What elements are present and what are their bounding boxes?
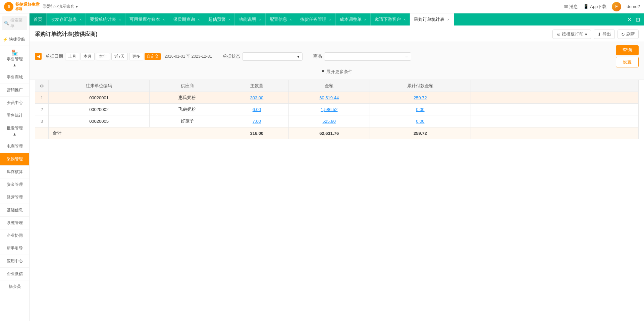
query-button[interactable]: 查询 (616, 45, 639, 55)
sidebar-item-guide[interactable]: 新手引导 (0, 242, 29, 255)
sidebar-item-inventory[interactable]: 库存核算 (0, 166, 29, 178)
tab-purchase-stat[interactable]: 采购订单统计表 × (410, 13, 453, 25)
sidebar-item-finance[interactable]: 资金管理 (0, 178, 29, 191)
refresh-button[interactable]: ↻ 刷新 (618, 30, 639, 39)
print-icon: 🖨 (556, 32, 560, 37)
close-tab-cost-adjust[interactable]: × (364, 17, 366, 21)
sidebar-search-area[interactable]: 🔍 搜索菜单 (0, 13, 29, 33)
nav-tabs: 首页 收发存汇总表 × 要货单统计表 × 可用量库存账本 × 保质期查询 × 超… (30, 13, 644, 25)
row-qty-1[interactable]: 303.00 (225, 92, 288, 104)
column-settings-icon[interactable]: ⚙ (40, 84, 44, 89)
status-select[interactable]: ▾ (242, 52, 303, 61)
page-title: 采购订单统计表(按供应商) (35, 31, 98, 38)
tab-task-mgmt[interactable]: 拣货任务管理 × (296, 13, 335, 25)
footer-label: 合计 (49, 127, 225, 139)
date-btn-custom[interactable]: 自定义 (145, 53, 161, 60)
close-all-tabs-button[interactable]: ✕ (626, 16, 633, 23)
col-amount: 金额 (288, 80, 370, 92)
tab-function-desc[interactable]: 功能说明 × (235, 13, 265, 25)
sidebar-item-collab[interactable]: 企业协同 (0, 229, 29, 242)
sidebar-item-retail-stat[interactable]: 零售统计 (0, 109, 29, 122)
expand-icon-2: ▲ (13, 132, 17, 137)
app-download-button[interactable]: 📱 App下载 (583, 4, 606, 10)
avatar[interactable]: E (612, 2, 621, 11)
sidebar-item-member[interactable]: 会员中心 (0, 97, 29, 109)
sidebar-item-purchase[interactable]: 采购管理 (0, 153, 29, 166)
content-area: 首页 收发存汇总表 × 要货单统计表 × 可用量库存账本 × 保质期查询 × 超… (30, 13, 644, 321)
row-num-3: 3 (35, 115, 49, 127)
date-btn-this-month[interactable]: 本月 (80, 53, 95, 60)
close-tab-expiry-query[interactable]: × (198, 17, 200, 21)
tab-cost-adjust[interactable]: 成本调整单 × (336, 13, 371, 25)
footer-empty-1 (35, 127, 49, 139)
settings-button[interactable]: 设置 (616, 57, 639, 67)
sidebar-item-retail-shop[interactable]: 零售商城 (0, 71, 29, 84)
date-btn-last-7-days[interactable]: 近7天 (111, 53, 128, 60)
sidebar-item-basic[interactable]: 基础信息 (0, 204, 29, 217)
tab-home[interactable]: 首页 (30, 13, 47, 25)
tab-expiry-query[interactable]: 保质期查询 × (169, 13, 204, 25)
sidebar-item-operation[interactable]: 经营管理 (0, 191, 29, 204)
close-tab-invite-downstream[interactable]: × (404, 17, 406, 21)
close-tab-task-mgmt[interactable]: × (329, 17, 331, 21)
tab-receive-summary[interactable]: 收发存汇总表 × (47, 13, 86, 25)
sidebar-item-marketing[interactable]: 营销推广 (0, 84, 29, 97)
row-paid-1[interactable]: 259.72 (370, 92, 471, 104)
close-tab-receive-summary[interactable]: × (79, 17, 82, 21)
row-num-1: 1 (35, 92, 49, 104)
date-btn-more[interactable]: 更多 (129, 53, 143, 60)
quick-nav[interactable]: ⚡ 快捷导航 (0, 33, 29, 46)
message-button[interactable]: ✉ 消息 (564, 4, 578, 10)
sidebar: 🔍 搜索菜单 ⚡ 快捷导航 🏪 零售管理 ▲ 零售商城 营销推广 会员中心 零售… (0, 13, 30, 321)
close-tab-order-summary[interactable]: × (119, 17, 121, 21)
row-empty-3 (471, 115, 639, 127)
goods-select[interactable]: ··· (324, 52, 411, 61)
table-row: 2 00020002 飞鹤奶粉 6.00 1,586.52 0.00 (35, 104, 639, 115)
maximize-button[interactable]: ⊡ (634, 16, 641, 23)
sidebar-item-ecommerce[interactable]: 电商管理 (0, 140, 29, 153)
col-empty (471, 80, 639, 92)
dots-btn[interactable]: ··· (405, 54, 408, 59)
breadcrumb[interactable]: 母婴行业演示账套 ▾ (42, 4, 78, 9)
row-code-1: 00020001 (49, 92, 150, 104)
tab-config-info[interactable]: 配置信息 × (266, 13, 296, 25)
tab-order-summary[interactable]: 要货单统计表 × (86, 13, 125, 25)
row-paid-3[interactable]: 0.00 (370, 115, 471, 127)
sidebar-item-apps[interactable]: 应用中心 (0, 255, 29, 268)
row-amount-3[interactable]: 525.80 (288, 115, 370, 127)
date-btn-last-month[interactable]: 上月 (65, 53, 79, 60)
row-num-2: 2 (35, 104, 49, 115)
row-paid-2[interactable]: 0.00 (370, 104, 471, 115)
row-amount-1[interactable]: 60,519.44 (288, 92, 370, 104)
export-button[interactable]: ⬇ 导出 (594, 30, 615, 39)
sidebar-item-wholesale[interactable]: 批发管理 ▲ (0, 122, 29, 140)
tab-invite-downstream[interactable]: 邀请下游客户 × (371, 13, 410, 25)
top-bar-left: 6 畅捷通好生意 标题 母婴行业演示账套 ▾ (4, 2, 78, 11)
sidebar-item-member2[interactable]: 畅会员 (0, 280, 29, 293)
tab-available-inventory[interactable]: 可用量库存账本 × (125, 13, 169, 25)
col-paid: 累计付款金额 (370, 80, 471, 92)
logo-text: 畅捷通好生意 标题 (15, 2, 40, 11)
tab-overstock-warning[interactable]: 超储预警 × (204, 13, 235, 25)
template-print-button[interactable]: 🖨 按模板打印 ▾ (552, 30, 591, 39)
sidebar-item-wechat[interactable]: 企业微信 (0, 268, 29, 280)
close-tab-available-inventory[interactable]: × (163, 17, 165, 21)
col-settings[interactable]: ⚙ (35, 80, 49, 92)
more-filters-row[interactable]: ▼ 展开更多条件 (35, 67, 639, 76)
chevron-down-icon: ▾ (76, 4, 78, 9)
row-amount-2[interactable]: 1,586.52 (288, 104, 370, 115)
sidebar-item-retail[interactable]: 🏪 零售管理 ▲ (0, 46, 29, 71)
sidebar-item-system[interactable]: 系统管理 (0, 217, 29, 229)
filter-collapse-button[interactable]: ◀ (35, 53, 42, 60)
search-input-box[interactable]: 🔍 搜索菜单 (2, 16, 27, 30)
row-qty-2[interactable]: 6.00 (225, 104, 288, 115)
close-tab-config-info[interactable]: × (290, 17, 292, 21)
close-tab-purchase-stat[interactable]: × (447, 17, 449, 21)
close-tab-overstock-warning[interactable]: × (228, 17, 230, 21)
sidebar-item-quick-nav[interactable]: ⚡ 快捷导航 (0, 35, 29, 44)
main-layout: 🔍 搜索菜单 ⚡ 快捷导航 🏪 零售管理 ▲ 零售商城 营销推广 会员中心 零售… (0, 13, 644, 321)
row-qty-3[interactable]: 7.00 (225, 115, 288, 127)
date-btn-this-year[interactable]: 本年 (96, 53, 110, 60)
nav-tabs-end: ✕ ⊡ (623, 16, 644, 23)
close-tab-function-desc[interactable]: × (259, 17, 261, 21)
